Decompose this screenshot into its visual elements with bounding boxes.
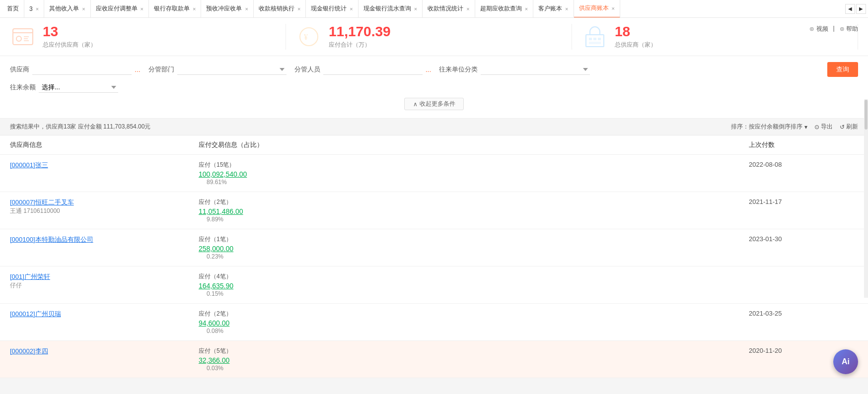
supplier-link-zhangsan[interactable]: [000001]张三	[10, 161, 199, 170]
nav-tab-3[interactable]: 3 ×	[24, 0, 44, 18]
nav-prev-button[interactable]: ◀	[845, 4, 855, 14]
table-row: [000012]广州贝瑞 应付（2笔） 94,600.00 0.08% 2021…	[0, 304, 868, 341]
summary-bar: 13 总应付供应商（家） ¥ 11,170.39 应付合计（万）	[0, 18, 868, 56]
person-dots-icon[interactable]: ...	[426, 66, 432, 73]
dept-select[interactable]	[177, 64, 287, 75]
close-icon[interactable]: ×	[297, 6, 300, 12]
refresh-button[interactable]: ↺ 刷新	[840, 123, 858, 131]
close-icon[interactable]: ×	[193, 6, 196, 12]
table-row: [000007]恒旺二手叉车 王通 17106110000 应付（2笔） 11,…	[0, 192, 868, 229]
close-icon[interactable]: ×	[141, 6, 144, 12]
svg-rect-4	[586, 35, 604, 47]
lastpay-date-hengwang: 2021-11-17	[749, 198, 782, 205]
transaction-amount-lisi[interactable]: 32,366.00	[199, 356, 749, 364]
query-button[interactable]: 查询	[827, 62, 858, 77]
transaction-label-zhangsan: 应付（15笔）	[199, 161, 235, 168]
payable-total-number: 11,170.39	[329, 24, 391, 40]
filter-group-category: 往来单位分类	[439, 64, 590, 75]
lastpay-lisi: 2020-11-20	[749, 347, 848, 354]
nav-tab-customer[interactable]: 客户账本 ×	[533, 0, 574, 18]
nav-tab-other-income[interactable]: 其他收入单 ×	[44, 0, 90, 18]
table-row: [000001]张三 应付（15笔） 100,092,540.00 89.61%…	[0, 155, 868, 192]
lastpay-benteqin: 2023-01-30	[749, 235, 848, 243]
transaction-percent-beiyui: 0.08%	[207, 328, 223, 334]
home-tab-label: 首页	[7, 4, 19, 13]
nav-tab-home[interactable]: 首页	[2, 0, 24, 18]
result-bar: 搜索结果中，供应商13家 应付金额 111,703,854.00元 排序：按应付…	[0, 119, 868, 135]
transaction-benteqin: 应付（1笔） 258,000.00 0.23%	[199, 235, 749, 260]
bank-label: 银行存取款单	[154, 4, 190, 13]
total-suppliers-icon	[582, 24, 608, 50]
balance-select[interactable]: 选择...	[39, 82, 118, 93]
supplier-link-lisi[interactable]: [000002]李四	[10, 347, 199, 356]
nav-arrows: ◀ ▶	[845, 4, 866, 14]
top-right-links: ⊙ 视频 | ⊙ 帮助	[809, 25, 858, 33]
scrollbar-thumb[interactable]	[865, 100, 868, 130]
transaction-amount-zhangsan[interactable]: 100,092,540.00	[199, 170, 749, 178]
col-header-supplier: 供应商信息	[10, 140, 199, 149]
scrollbar[interactable]	[864, 99, 868, 298]
filter-group-dept: 分管部门	[148, 64, 287, 75]
nav-tab-collect-verify[interactable]: 收款核销执行 ×	[254, 0, 306, 18]
supplier-link-yuexuan[interactable]: [001]广州荣轩	[10, 272, 199, 281]
transaction-amount-hengwang[interactable]: 11,051,486.00	[199, 207, 749, 215]
payable-suppliers-icon	[10, 24, 36, 50]
close-icon[interactable]: ×	[36, 6, 39, 12]
lastpay-date-lisi: 2020-11-20	[749, 347, 782, 354]
supplier-input[interactable]	[32, 64, 132, 75]
payable-suppliers-number: 13	[43, 24, 96, 40]
supplier-link-hengwang[interactable]: [000007]恒旺二手叉车	[10, 198, 199, 207]
lastpay-date-benteqin: 2023-01-30	[749, 235, 782, 243]
close-icon[interactable]: ×	[612, 5, 615, 11]
close-icon[interactable]: ×	[525, 6, 528, 12]
transaction-amount-yuexuan[interactable]: 164,635.90	[199, 282, 749, 290]
supplier-link-benteqin[interactable]: [000100]本特勤油品有限公司	[10, 235, 199, 244]
cash-stat-label: 现金银行统计	[311, 4, 347, 13]
close-icon[interactable]: ×	[245, 6, 248, 12]
category-select[interactable]	[481, 64, 590, 75]
transaction-percent-benteqin: 0.23%	[207, 253, 223, 260]
close-icon[interactable]: ×	[466, 6, 469, 12]
filter-area: 供应商 ... 分管部门 分管人员 ... 往来单位分类 查询	[0, 56, 868, 119]
supplier-dots-icon[interactable]: ...	[135, 66, 141, 73]
supplier-info-yuexuan: [001]广州荣轩 仔仔	[10, 272, 199, 290]
help-link[interactable]: ⊙ 帮助	[840, 25, 858, 33]
supplier-info-hengwang: [000007]恒旺二手叉车 王通 17106110000	[10, 198, 199, 215]
tab3-label: 3	[29, 5, 33, 12]
nav-tab-bank[interactable]: 银行存取款单 ×	[149, 0, 201, 18]
supplier-filter-label: 供应商	[10, 65, 29, 74]
nav-tab-cash-flow[interactable]: 现金银行流水查询 ×	[359, 0, 423, 18]
nav-tab-overdue[interactable]: 超期应收款查询 ×	[475, 0, 533, 18]
transaction-label-lisi: 应付（5笔）	[199, 347, 232, 354]
nav-next-button[interactable]: ▶	[856, 4, 866, 14]
supplier-link-beiyui[interactable]: [000012]广州贝瑞	[10, 310, 199, 319]
nav-tab-prepay[interactable]: 预收冲应收单 ×	[201, 0, 253, 18]
person-input[interactable]	[323, 64, 423, 75]
close-icon[interactable]: ×	[82, 6, 85, 12]
nav-tab-cash-stat[interactable]: 现金银行统计 ×	[306, 0, 358, 18]
close-icon[interactable]: ×	[350, 6, 353, 12]
ai-float-button[interactable]: Ai	[833, 349, 858, 374]
result-bar-right: 排序：按应付余额倒序排序 ▾ ⊙ 导出 ↺ 刷新	[731, 123, 858, 131]
collapse-button[interactable]: ∧ 收起更多条件	[404, 98, 464, 110]
close-icon[interactable]: ×	[565, 6, 568, 12]
transaction-lisi: 应付（5笔） 32,366.00 0.03%	[199, 347, 749, 372]
close-icon[interactable]: ×	[414, 6, 417, 12]
export-button[interactable]: ⊙ 导出	[814, 123, 833, 131]
sort-dropdown[interactable]: 排序：按应付余额倒序排序 ▾	[731, 123, 807, 131]
video-link[interactable]: ⊙ 视频	[809, 25, 828, 33]
nav-tab-supplier-account[interactable]: 供应商账本 ×	[574, 0, 620, 18]
collapse-label: 收起更多条件	[420, 100, 455, 108]
collect-stat-label: 收款情况统计	[428, 4, 463, 13]
row-hengwang: [000007]恒旺二手叉车 王通 17106110000 应付（2笔） 11,…	[0, 192, 868, 229]
payable-suppliers-text: 13 总应付供应商（家）	[43, 24, 96, 49]
transaction-percent-yuexuan: 0.15%	[207, 290, 223, 297]
nav-tab-ar-ap[interactable]: 应收应付调整单 ×	[91, 0, 149, 18]
supplier-info-benteqin: [000100]本特勤油品有限公司	[10, 235, 199, 244]
transaction-amount-beiyui[interactable]: 94,600.00	[199, 319, 749, 327]
row-beiyui: [000012]广州贝瑞 应付（2笔） 94,600.00 0.08% 2021…	[0, 304, 868, 340]
other-income-label: 其他收入单	[49, 4, 79, 13]
nav-tab-collect-stat[interactable]: 收款情况统计 ×	[423, 0, 475, 18]
svg-rect-0	[13, 29, 33, 45]
transaction-amount-benteqin[interactable]: 258,000.00	[199, 245, 749, 253]
